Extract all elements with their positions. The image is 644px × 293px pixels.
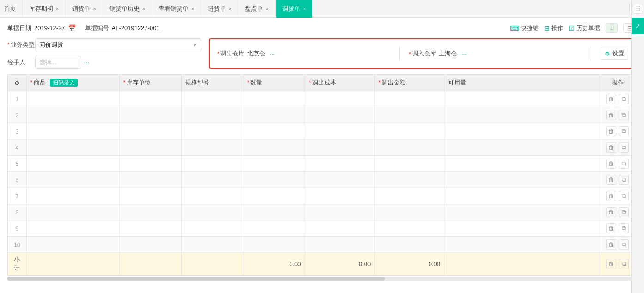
handler-input[interactable]: 选择... [35, 56, 81, 69]
horizontal-scrollbar[interactable] [7, 277, 637, 281]
row-qty[interactable] [243, 220, 305, 237]
sidebar-export-button[interactable]: ↗ [632, 18, 644, 34]
row-delete-button[interactable]: 🗑 [606, 110, 616, 120]
row-qty[interactable] [243, 237, 305, 253]
row-copy-button[interactable]: ⧉ [619, 239, 629, 250]
row-available [444, 220, 599, 237]
row-copy-button[interactable]: ⧉ [619, 223, 629, 233]
row-copy-button[interactable]: ⧉ [619, 126, 629, 136]
row-goods[interactable] [26, 220, 119, 237]
col-amount: *调出金额 [375, 75, 444, 91]
subtotal-copy-button[interactable]: ⧉ [619, 259, 629, 269]
row-copy-button[interactable]: ⧉ [619, 142, 629, 153]
in-warehouse-field: * 调入仓库 上海仓 ··· [409, 49, 582, 58]
row-goods[interactable] [26, 140, 119, 156]
row-copy-button[interactable]: ⧉ [619, 94, 629, 104]
in-warehouse-more-icon[interactable]: ··· [462, 50, 467, 57]
tab-sale-history[interactable]: 销货单历史 × [103, 0, 152, 18]
row-goods[interactable] [26, 172, 119, 188]
row-available [444, 91, 599, 107]
tab-close-inventory-init[interactable]: × [56, 6, 59, 12]
tab-close-sale-history[interactable]: × [142, 6, 145, 12]
col-available: 可用量 [444, 75, 599, 91]
row-delete-button[interactable]: 🗑 [606, 142, 616, 153]
subtotal-op: 🗑 ⧉ [599, 253, 636, 275]
row-op: 🗑 ⧉ [599, 156, 636, 172]
row-cost [305, 156, 375, 172]
row-delete-button[interactable]: 🗑 [606, 175, 616, 185]
row-cost [305, 91, 375, 107]
row-qty[interactable] [243, 156, 305, 172]
row-op: 🗑 ⧉ [599, 107, 636, 123]
row-spec [181, 188, 243, 204]
scan-button[interactable]: 扫码录入 [50, 79, 78, 87]
row-qty[interactable] [243, 188, 305, 204]
row-delete-button[interactable]: 🗑 [606, 159, 616, 169]
row-goods[interactable] [26, 204, 119, 220]
row-goods[interactable] [26, 188, 119, 204]
out-warehouse-more-icon[interactable]: ··· [270, 50, 275, 57]
tab-transfer[interactable]: 调拨单 × [276, 0, 313, 18]
biz-type-select[interactable]: 同价调拨 ▼ [35, 38, 201, 51]
items-table: ⚙ *商品 扫码录入 *库存单位 规格型号 *数量 *调出成本 [8, 75, 636, 275]
row-goods[interactable] [26, 91, 119, 107]
tab-close-purchase[interactable]: × [229, 6, 231, 12]
row-copy-button[interactable]: ⧉ [619, 110, 629, 120]
settings-button[interactable]: ⚙ 设置 [601, 48, 628, 60]
row-spec [181, 91, 243, 107]
row-qty[interactable] [243, 91, 305, 107]
row-cost [305, 123, 375, 140]
row-goods[interactable] [26, 156, 119, 172]
row-delete-button[interactable]: 🗑 [606, 239, 616, 250]
tab-stocktake[interactable]: 盘点单 × [238, 0, 275, 18]
row-delete-button[interactable]: 🗑 [606, 94, 616, 104]
row-qty[interactable] [243, 140, 305, 156]
table-row: 3 🗑 ⧉ [8, 123, 636, 140]
row-copy-button[interactable]: ⧉ [619, 191, 629, 201]
row-qty[interactable] [243, 204, 305, 220]
row-goods[interactable] [26, 107, 119, 123]
tab-close-sale-order[interactable]: × [93, 6, 96, 12]
shortcut-button[interactable]: ⌨ 快捷键 [510, 24, 539, 32]
row-amount [375, 123, 444, 140]
row-goods[interactable] [26, 237, 119, 253]
out-warehouse-value: 北京仓 [247, 49, 265, 58]
tab-close-view-sale[interactable]: × [191, 6, 194, 12]
row-goods[interactable] [26, 123, 119, 140]
row-amount [375, 204, 444, 220]
sidebar-list-button[interactable]: ☰ [633, 4, 643, 14]
row-delete-button[interactable]: 🗑 [606, 191, 616, 201]
row-delete-button[interactable]: 🗑 [606, 223, 616, 233]
row-available [444, 107, 599, 123]
row-copy-button[interactable]: ⧉ [619, 175, 629, 185]
row-delete-button[interactable]: 🗑 [606, 126, 616, 136]
tab-close-transfer[interactable]: × [303, 6, 306, 12]
tab-inventory-init[interactable]: 库存期初 × [23, 0, 66, 18]
row-cost [305, 204, 375, 220]
row-qty[interactable] [243, 107, 305, 123]
row-copy-button[interactable]: ⧉ [619, 207, 629, 217]
calendar-icon[interactable]: 📅 [68, 24, 76, 32]
subtotal-delete-button[interactable]: 🗑 [606, 259, 616, 269]
row-copy-button[interactable]: ⧉ [619, 159, 629, 169]
subtotal-cost: 0.00 [305, 253, 375, 275]
biz-type-label: *业务类型 [7, 41, 35, 49]
tab-homepage[interactable]: 首页 [4, 0, 23, 18]
row-op: 🗑 ⧉ [599, 91, 636, 107]
tab-sale-order[interactable]: 销货单 × [66, 0, 103, 18]
row-spec [181, 204, 243, 220]
tab-purchase[interactable]: 进货单 × [201, 0, 238, 18]
operation-button[interactable]: ⊞ 操作 [544, 24, 563, 32]
layout-btn-1[interactable]: ≡ [606, 23, 618, 33]
handler-more-icon[interactable]: ··· [84, 59, 90, 66]
tab-view-sale[interactable]: 查看销货单 × [152, 0, 201, 18]
tab-close-stocktake[interactable]: × [266, 6, 268, 12]
row-qty[interactable] [243, 123, 305, 140]
col-cost: *调出成本 [305, 75, 375, 91]
row-qty[interactable] [243, 172, 305, 188]
row-delete-button[interactable]: 🗑 [606, 207, 616, 217]
warehouse-box: * 调出仓库 北京仓 ··· * 调入仓库 上海仓 ··· ⚙ 设置 [209, 38, 637, 69]
row-available [444, 237, 599, 253]
col-settings[interactable]: ⚙ [8, 75, 26, 91]
history-button[interactable]: ☑ 历史单据 [569, 24, 600, 32]
